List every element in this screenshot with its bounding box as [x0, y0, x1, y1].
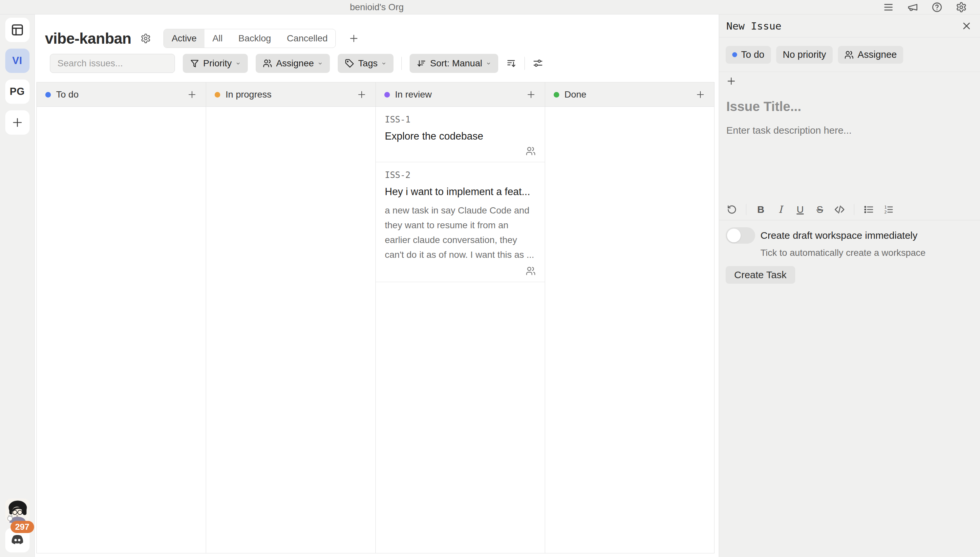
issue-card[interactable]: ISS-2 Hey i want to implement a feat... … — [376, 162, 545, 282]
tab-all[interactable]: All — [204, 29, 230, 47]
new-issue-panel: New Issue To do No priority Assignee Iss… — [719, 15, 980, 557]
chevron-down-icon — [236, 61, 240, 66]
assignee-chip-label: Assignee — [858, 49, 897, 60]
column-title-todo: To do — [56, 90, 79, 100]
tags-filter-button[interactable]: Tags — [338, 54, 394, 73]
menu-icon[interactable] — [883, 2, 894, 13]
sidebar-home-button[interactable] — [5, 18, 29, 42]
people-icon — [844, 50, 853, 59]
help-icon[interactable] — [931, 2, 943, 13]
column-title-done: Done — [565, 90, 586, 100]
column-body-todo — [37, 107, 206, 553]
issue-title: Hey i want to implement a feat... — [385, 186, 535, 198]
column-body-done — [545, 107, 714, 553]
numbered-list-icon[interactable]: 12 — [883, 204, 894, 215]
code-icon[interactable] — [834, 204, 845, 215]
kanban-board: To do In progress In rev — [36, 82, 714, 554]
panel-title: New Issue — [726, 20, 782, 32]
divider — [854, 204, 854, 215]
issue-id: ISS-1 — [385, 115, 535, 124]
bullet-list-icon[interactable] — [863, 204, 874, 215]
chevron-down-icon — [381, 61, 386, 66]
search-input[interactable] — [50, 54, 175, 73]
undo-icon[interactable] — [727, 205, 737, 215]
issue-title: Explore the codebase — [385, 130, 535, 142]
people-icon — [526, 146, 535, 156]
org-name: benioid's Org — [35, 0, 719, 15]
tag-icon — [345, 59, 354, 68]
tab-active[interactable]: Active — [164, 29, 204, 47]
toggle-hint: Tick to automatically create a workspace — [761, 248, 925, 258]
bold-button[interactable]: B — [756, 204, 766, 215]
settings-gear-icon[interactable] — [956, 2, 967, 13]
view-tabs: Active All Backlog Cancelled — [164, 29, 336, 48]
column-body-in-progress — [206, 107, 375, 553]
divider — [524, 57, 525, 70]
app-sidebar: VI PG 29 — [0, 15, 35, 557]
priority-filter-label: Priority — [203, 58, 232, 68]
toggle-knob — [727, 229, 741, 243]
add-card-button-in-review[interactable] — [526, 90, 536, 100]
chevron-down-icon — [486, 61, 491, 66]
user-avatar[interactable] — [5, 498, 29, 523]
add-card-button-in-progress[interactable] — [357, 90, 367, 100]
funnel-icon — [190, 59, 199, 68]
priority-chip[interactable]: No priority — [776, 46, 832, 64]
status-dot-todo — [732, 52, 737, 57]
status-dot-todo — [45, 92, 51, 98]
svg-text:1: 1 — [884, 204, 887, 209]
status-dot-done — [554, 92, 559, 98]
column-title-in-review: In review — [395, 90, 432, 100]
create-task-button[interactable]: Create Task — [726, 266, 795, 284]
discord-button[interactable]: 297 — [5, 528, 29, 552]
workspace-vi-label: VI — [12, 55, 22, 67]
underline-button[interactable]: U — [795, 204, 805, 215]
svg-text:2: 2 — [884, 210, 887, 215]
add-property-button[interactable] — [726, 75, 737, 87]
italic-button[interactable]: I — [775, 204, 786, 215]
sort-icon — [417, 59, 426, 68]
tab-cancelled[interactable]: Cancelled — [279, 29, 336, 47]
display-options-button[interactable] — [533, 58, 543, 68]
sort-direction-button[interactable] — [506, 58, 517, 68]
column-title-in-progress: In progress — [226, 90, 271, 100]
create-workspace-toggle[interactable] — [726, 227, 755, 244]
add-view-button[interactable] — [348, 33, 359, 44]
issue-description: a new task in say Claude Code and they w… — [385, 203, 535, 262]
plus-icon — [11, 116, 24, 129]
issue-id: ISS-2 — [385, 170, 535, 180]
priority-filter-button[interactable]: Priority — [183, 54, 248, 73]
sidebar-add-workspace-button[interactable] — [5, 110, 29, 135]
assignee-filter-button[interactable]: Assignee — [256, 54, 330, 73]
status-chip[interactable]: To do — [726, 46, 771, 64]
status-dot-in-progress — [215, 92, 220, 98]
project-settings-gear-icon[interactable] — [141, 33, 151, 44]
discord-icon — [10, 533, 25, 548]
sort-button[interactable]: Sort: Manual — [410, 54, 498, 73]
divider — [401, 57, 402, 70]
chevron-down-icon — [318, 61, 323, 66]
priority-chip-label: No priority — [783, 49, 826, 60]
divider — [746, 204, 746, 215]
issue-title-input[interactable]: Issue Title... — [726, 99, 801, 114]
status-dot-in-review — [385, 92, 390, 98]
sort-label: Sort: Manual — [430, 58, 482, 68]
issue-card[interactable]: ISS-1 Explore the codebase — [376, 107, 545, 162]
close-icon[interactable] — [962, 21, 972, 31]
strikethrough-button[interactable]: S — [815, 204, 825, 215]
add-card-button-todo[interactable] — [187, 90, 197, 100]
column-body-in-review: ISS-1 Explore the codebase ISS-2 Hey i w… — [375, 107, 545, 553]
top-bar: benioid's Org — [0, 0, 980, 15]
issue-description-input[interactable]: Enter task description here... — [726, 125, 852, 136]
layout-icon — [11, 23, 24, 36]
sidebar-workspace-vi[interactable]: VI — [5, 49, 29, 73]
tab-backlog[interactable]: Backlog — [230, 29, 279, 47]
announcements-icon[interactable] — [907, 2, 918, 13]
people-icon — [526, 266, 535, 276]
add-card-button-done[interactable] — [695, 90, 706, 100]
people-icon — [263, 59, 272, 68]
workspace-pg-label: PG — [10, 86, 25, 98]
status-chip-label: To do — [741, 49, 764, 60]
sidebar-workspace-pg[interactable]: PG — [5, 80, 29, 104]
assignee-chip[interactable]: Assignee — [838, 46, 903, 64]
